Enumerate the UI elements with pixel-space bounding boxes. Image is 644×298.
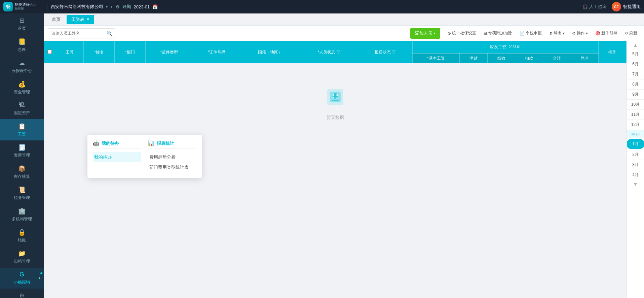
- user-name: 畅捷通组: [623, 4, 641, 10]
- logo-subtitle: 旗舰版: [15, 7, 37, 11]
- user-area[interactable]: CE 畅捷通组: [612, 2, 641, 11]
- export-icon: ⬆: [549, 31, 553, 36]
- sidebar-item-xiaochang[interactable]: G 小畅报销 ◀: [0, 268, 44, 289]
- submenu-arrow: ◀: [40, 271, 42, 275]
- sidebar-label-archive: 归档管理: [14, 259, 30, 264]
- sidebar-item-home[interactable]: ⊞ 首页: [0, 13, 44, 35]
- toolbar-actions: ⊙ 统一社保设置 ⊟ 专项附加扣除 📄 个税申报 ⬆ 导出 ▾ ⚙: [445, 29, 640, 37]
- header-right: 🎧 人工咨询 CE 畅捷通组: [582, 2, 641, 11]
- special-deduct-btn[interactable]: ⊟ 专项附加扣除: [481, 29, 515, 37]
- popup-col-report-header: 📊 报表统计: [148, 140, 196, 149]
- popup-item-expense-trend[interactable]: 费用趋势分析: [148, 152, 196, 162]
- sidebar-label-invoice: 发票管理: [14, 153, 30, 158]
- top-header: 畅 畅捷通好会计 旗舰版 西安虾米网络科技有限公司 ▾ + ⚙ 账期 2023-…: [0, 0, 644, 13]
- special-deduct-icon: ⊟: [484, 31, 487, 36]
- month-3[interactable]: 3月: [627, 160, 644, 170]
- popup-my-todo-label: 我的待办: [94, 155, 112, 160]
- th-operation: 操作: [599, 41, 627, 63]
- month-9[interactable]: 9月: [627, 90, 644, 100]
- user-avatar: CE: [612, 2, 621, 11]
- th-deduction: 扣款: [515, 53, 543, 63]
- popup-col-todo-header: 🤖 我的待办: [93, 140, 141, 149]
- table-header-row: 工号 *姓名 *部门 *证件类型: [44, 41, 627, 53]
- select-all-checkbox[interactable]: [47, 49, 52, 54]
- inventory-icon: 📦: [18, 165, 26, 172]
- th-checkbox[interactable]: [44, 41, 56, 63]
- sidebar-item-ledger[interactable]: 📒 总账: [0, 35, 44, 56]
- sidebar-item-archive[interactable]: 📁 归档管理: [0, 246, 44, 268]
- status-filter-icon[interactable]: ▽: [337, 50, 341, 55]
- sidebar-label-inventory: 库存核算: [14, 174, 30, 179]
- th-bonus: 绩效: [487, 53, 515, 63]
- th-name: *姓名: [84, 41, 115, 63]
- popup-item-my-todo[interactable]: 我的待办: [93, 152, 141, 162]
- sidebar-item-base-settings[interactable]: ⚙ 基础设置: [0, 289, 44, 298]
- multi-org-icon: 🏢: [18, 207, 26, 215]
- support-button[interactable]: 🎧 人工咨询: [582, 4, 607, 10]
- add-company-btn[interactable]: +: [110, 4, 113, 9]
- th-id-number: *证件号码: [193, 41, 240, 63]
- month-panel: ▲ 5月 6月 7月 8月 9月 10月 11月 12月 2023 1月 2月 …: [627, 41, 644, 298]
- company-dropdown-arrow[interactable]: ▾: [106, 5, 108, 9]
- refresh-icon: ↺: [625, 31, 628, 36]
- search-icon[interactable]: 🔍: [107, 31, 112, 36]
- tab-home[interactable]: 首页: [47, 15, 65, 24]
- sidebar-item-fixed-assets[interactable]: 🏗 固定资产: [0, 98, 44, 119]
- sidebar-item-tax[interactable]: 📜 税务管理: [0, 183, 44, 204]
- month-8[interactable]: 8月: [627, 79, 644, 90]
- main-layout: ⊞ 首页 📒 总账 ☁ 云报表中心 💰 资金管理 🏗 固定资产 📋 工资 🧾 发…: [0, 13, 644, 298]
- month-10[interactable]: 10月: [627, 100, 644, 110]
- month-7[interactable]: 7月: [627, 69, 644, 79]
- popup-item-dept-expense[interactable]: 部门费用类型统计表: [148, 162, 196, 172]
- svg-point-4: [333, 94, 334, 96]
- fund-icon: 💰: [18, 80, 26, 88]
- tab-salary-close[interactable]: ✕: [86, 17, 89, 22]
- logo-icon: 畅: [3, 2, 13, 11]
- sidebar-item-close[interactable]: 🔒 结账: [0, 225, 44, 246]
- popup-dept-expense-label: 部门费用类型统计表: [149, 165, 189, 170]
- month-scroll-down[interactable]: ▼: [627, 180, 644, 188]
- empty-text: 暂无数据: [327, 114, 344, 121]
- month-6[interactable]: 6月: [627, 59, 644, 69]
- tab-salary[interactable]: 工资表 ✕: [67, 15, 94, 24]
- month-1[interactable]: 1月: [627, 139, 644, 149]
- sidebar-item-cloud-report[interactable]: ☁ 云报表中心: [0, 56, 44, 77]
- logo-area: 畅 畅捷通好会计 旗舰版: [3, 2, 44, 11]
- search-input[interactable]: [48, 28, 115, 38]
- report-filter-icon[interactable]: ▽: [392, 50, 396, 55]
- month-scroll-up[interactable]: ▲: [627, 41, 644, 49]
- export-arrow: ▾: [563, 31, 565, 36]
- operation-btn[interactable]: ⚙ 操作 ▾: [569, 29, 591, 37]
- month-12[interactable]: 12月: [627, 120, 644, 130]
- sidebar-item-inventory[interactable]: 📦 库存核算: [0, 162, 44, 183]
- sidebar-item-multi-org[interactable]: 🏢 多机构管理: [0, 204, 44, 225]
- settings-btn[interactable]: ⚙: [116, 4, 120, 9]
- guide-toolbar-label: 新手引导: [601, 30, 617, 36]
- th-id-type: *证件类型: [146, 41, 193, 63]
- sidebar-item-fund[interactable]: 💰 资金管理: [0, 77, 44, 98]
- social-security-btn[interactable]: ⊙ 统一社保设置: [445, 29, 479, 37]
- sidebar-item-invoice[interactable]: 🧾 发票管理: [0, 140, 44, 162]
- sidebar-label-multi-org: 多机构管理: [12, 216, 32, 222]
- empty-state: 暂无数据: [44, 63, 627, 141]
- month-4[interactable]: 4月: [627, 170, 644, 180]
- tax-report-btn[interactable]: 📄 个税申报: [517, 29, 544, 37]
- month-5[interactable]: 5月: [627, 49, 644, 59]
- sidebar-item-salary[interactable]: 📋 工资: [0, 119, 44, 140]
- fixed-assets-icon: 🏗: [19, 102, 25, 109]
- popup-expense-trend-label: 费用趋势分析: [149, 155, 176, 160]
- month-11[interactable]: 11月: [627, 110, 644, 120]
- guide-btn[interactable]: 🎯 新手引导: [593, 29, 620, 37]
- month-2[interactable]: 2月: [627, 150, 644, 160]
- refresh-btn[interactable]: ↺ 刷新: [622, 29, 640, 37]
- add-person-button[interactable]: 添加人员 ▾: [410, 28, 440, 39]
- export-label: 导出: [554, 30, 562, 36]
- ledger-icon: 📒: [18, 38, 26, 45]
- year-2023: 2023: [627, 130, 644, 138]
- period-label: 账期: [122, 4, 131, 10]
- export-btn[interactable]: ⬆ 导出 ▾: [546, 29, 567, 37]
- operation-icon: ⚙: [572, 31, 576, 36]
- company-name: 西安虾米网络科技有限公司: [51, 4, 103, 10]
- calendar-btn[interactable]: 📅: [152, 4, 158, 9]
- sidebar-label-xiaochang: 小畅报销: [14, 279, 30, 285]
